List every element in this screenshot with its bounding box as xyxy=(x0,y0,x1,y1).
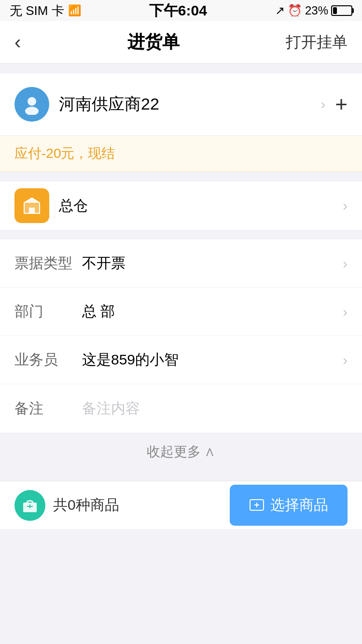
divider-1 xyxy=(0,64,362,73)
status-time: 下午6:04 xyxy=(149,1,207,21)
svg-point-0 xyxy=(28,97,36,106)
warehouse-row[interactable]: 总仓 › xyxy=(0,182,362,230)
divider-2 xyxy=(0,172,362,182)
department-row[interactable]: 部门 总 部 › xyxy=(0,288,362,336)
alarm-icon: ⏰ xyxy=(288,4,302,17)
collapse-label: 收起更多 ∧ xyxy=(147,443,216,461)
status-right: ↗ ⏰ 23% xyxy=(275,4,352,17)
status-carrier: 无 SIM 卡 📶 xyxy=(10,2,81,19)
supplier-chevron-icon: › xyxy=(320,96,325,112)
select-product-label: 选择商品 xyxy=(270,495,328,515)
wifi-icon: 📶 xyxy=(68,4,81,17)
salesperson-row[interactable]: 业务员 这是859的小智 › xyxy=(0,336,362,384)
invoice-type-row[interactable]: 票据类型 不开票 › xyxy=(0,239,362,288)
product-icon xyxy=(14,490,45,521)
add-supplier-button[interactable]: + xyxy=(335,94,348,115)
supplier-section: 河南供应商22 › + 应付-20元，现结 xyxy=(0,73,362,172)
location-icon: ↗ xyxy=(275,4,285,17)
department-value: 总 部 xyxy=(82,302,343,322)
select-product-button[interactable]: 选择商品 xyxy=(230,485,348,526)
svg-point-1 xyxy=(25,107,39,115)
salesperson-value: 这是859的小智 xyxy=(82,350,343,370)
invoice-type-chevron-icon: › xyxy=(343,255,348,272)
back-button[interactable]: ‹ xyxy=(14,31,21,53)
page-title: 进货单 xyxy=(127,30,180,54)
invoice-type-value: 不开票 xyxy=(82,253,343,273)
svg-rect-2 xyxy=(29,208,35,213)
nav-bar: ‹ 进货单 打开挂单 xyxy=(0,21,362,64)
open-pending-button[interactable]: 打开挂单 xyxy=(286,32,348,53)
salesperson-chevron-icon: › xyxy=(343,352,348,368)
warehouse-name: 总仓 xyxy=(59,196,343,216)
divider-3 xyxy=(0,230,362,239)
notice-text: 应付-20元，现结 xyxy=(14,146,115,161)
divider-4 xyxy=(0,471,362,481)
form-section: 票据类型 不开票 › 部门 总 部 › 业务员 这是859的小智 › 备注 备注… xyxy=(0,239,362,433)
remark-row[interactable]: 备注 备注内容 xyxy=(0,384,362,433)
warehouse-icon xyxy=(14,188,49,223)
department-label: 部门 xyxy=(14,302,82,322)
supplier-name: 河南供应商22 xyxy=(59,93,320,115)
invoice-type-label: 票据类型 xyxy=(14,253,82,273)
battery-label: 23% xyxy=(305,4,328,17)
warehouse-chevron-icon: › xyxy=(343,197,348,214)
collapse-button[interactable]: 收起更多 ∧ xyxy=(0,433,362,471)
department-chevron-icon: › xyxy=(343,304,348,320)
warehouse-section: 总仓 › xyxy=(0,182,362,230)
supplier-avatar xyxy=(14,87,49,122)
notice-bar: 应付-20元，现结 xyxy=(0,136,362,172)
page-background xyxy=(0,529,362,644)
bottom-bar: 共0种商品 选择商品 xyxy=(0,481,362,529)
remark-label: 备注 xyxy=(14,399,82,419)
supplier-row[interactable]: 河南供应商22 › + xyxy=(0,73,362,136)
battery-icon xyxy=(331,5,352,16)
remark-input[interactable]: 备注内容 xyxy=(82,399,348,419)
product-count-label: 共0种商品 xyxy=(53,495,230,515)
status-bar: 无 SIM 卡 📶 下午6:04 ↗ ⏰ 23% xyxy=(0,0,362,21)
salesperson-label: 业务员 xyxy=(14,350,82,370)
